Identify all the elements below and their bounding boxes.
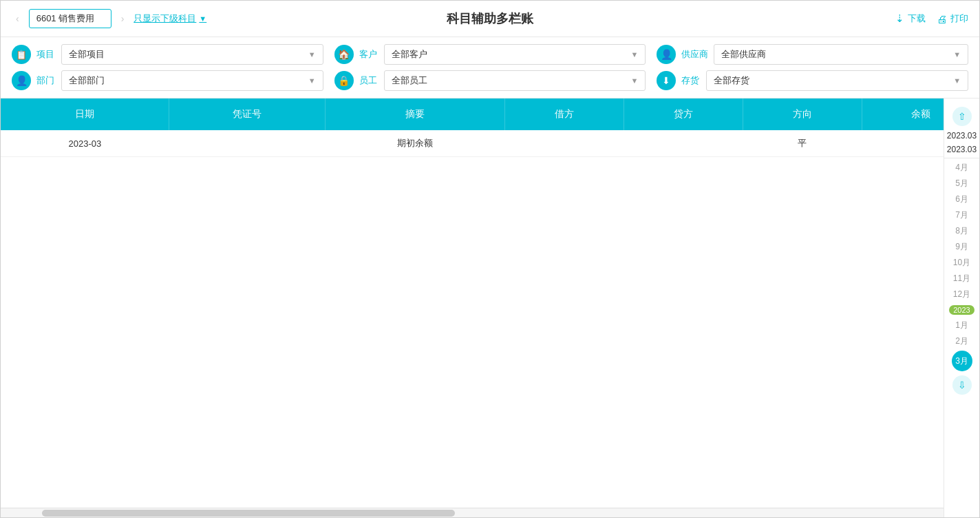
download-button[interactable]: ⇣ 下载: [895, 12, 926, 25]
col-date: 日期: [1, 99, 169, 130]
project-chevron-icon: ▼: [308, 50, 316, 59]
main-window: ‹ 6601 销售费用 › 只显示下级科目 ▼ 科目辅助多栏账 ⇣ 下载 🖨 打…: [0, 0, 980, 518]
col-credit: 贷方: [624, 99, 743, 130]
horizontal-scrollbar[interactable]: [1, 508, 979, 517]
customer-label: 客户: [359, 48, 379, 61]
cell-summary: 期初余额: [325, 130, 504, 157]
period-up-button[interactable]: ⇧: [952, 107, 972, 126]
account-code-display: 6601 销售费用: [29, 9, 111, 28]
separator-1: [944, 158, 979, 158]
filter-inventory: ⬇ 存货 全部存货 ▼: [657, 70, 968, 91]
project-select[interactable]: 全部项目 ▼: [61, 44, 323, 65]
cell-credit: [624, 130, 743, 157]
download-icon: ⇣: [895, 12, 904, 25]
cell-voucher: [169, 130, 326, 157]
month-3-active[interactable]: 3月: [952, 351, 972, 371]
cell-direction: 平: [743, 130, 862, 157]
period-2023-03-top-2[interactable]: 2023.03: [944, 143, 979, 156]
department-select[interactable]: 全部部门 ▼: [61, 70, 323, 91]
download-label: 下载: [908, 12, 926, 25]
month-10[interactable]: 10月: [944, 255, 979, 271]
department-chevron-icon: ▼: [308, 76, 316, 85]
month-6[interactable]: 6月: [944, 191, 979, 207]
supplier-select[interactable]: 全部供应商 ▼: [714, 44, 968, 65]
supplier-value: 全部供应商: [721, 48, 766, 61]
right-panel: ⇧ 2023.03 2023.03 4月 5月 6月 7月 8月 9月 10月 …: [944, 99, 979, 517]
supplier-label: 供应商: [681, 48, 708, 61]
employee-icon: 🔒: [334, 71, 354, 90]
department-label: 部门: [36, 74, 56, 87]
filter-department: 👤 部门 全部部门 ▼: [12, 70, 323, 91]
cell-date: 2023-03: [1, 130, 169, 157]
cell-debit: [505, 130, 624, 157]
month-8[interactable]: 8月: [944, 223, 979, 239]
supplier-icon: 👤: [657, 45, 676, 64]
title-left: ‹ 6601 销售费用 › 只显示下级科目 ▼: [12, 9, 206, 28]
filter-row-1: 📋 项目 全部项目 ▼ 🏠 客户 全部客户 ▼ 👤 供应商 全部供应: [12, 44, 968, 65]
month-11[interactable]: 11月: [944, 271, 979, 287]
month-12[interactable]: 12月: [944, 287, 979, 302]
chevron-down-icon: ▼: [199, 14, 206, 23]
show-sub-accounts-label: 只显示下级科目: [134, 12, 196, 25]
nav-prev-button[interactable]: ‹: [12, 12, 23, 25]
project-label: 项目: [36, 48, 56, 61]
month-9[interactable]: 9月: [944, 239, 979, 255]
customer-icon: 🏠: [334, 45, 354, 64]
month-1[interactable]: 1月: [944, 318, 979, 333]
show-sub-accounts-button[interactable]: 只显示下级科目 ▼: [134, 12, 206, 25]
supplier-chevron-icon: ▼: [953, 50, 961, 59]
year-badge-2023[interactable]: 2023: [949, 305, 974, 315]
title-bar: ‹ 6601 销售费用 › 只显示下级科目 ▼ 科目辅助多栏账 ⇣ 下载 🖨 打…: [1, 1, 979, 37]
project-value: 全部项目: [69, 48, 105, 61]
inventory-icon: ⬇: [657, 71, 676, 90]
filter-customer: 🏠 客户 全部客户 ▼: [334, 44, 646, 65]
filter-supplier: 👤 供应商 全部供应商 ▼: [657, 44, 968, 65]
month-7[interactable]: 7月: [944, 207, 979, 223]
print-button[interactable]: 🖨 打印: [937, 12, 968, 25]
employee-label: 员工: [359, 74, 379, 87]
inventory-select[interactable]: 全部存货 ▼: [706, 70, 968, 91]
scrollbar-thumb[interactable]: [42, 510, 455, 517]
nav-next-button[interactable]: ›: [117, 12, 129, 25]
title-right: ⇣ 下载 🖨 打印: [895, 12, 968, 25]
filter-section: 📋 项目 全部项目 ▼ 🏠 客户 全部客户 ▼ 👤 供应商 全部供应: [1, 37, 979, 99]
customer-select[interactable]: 全部客户 ▼: [384, 44, 646, 65]
filter-row-2: 👤 部门 全部部门 ▼ 🔒 员工 全部员工 ▼ ⬇ 存货 全部存货: [12, 70, 968, 91]
inventory-chevron-icon: ▼: [953, 76, 961, 85]
table-header-row: 日期 凭证号 摘要 借方 贷方 方向 余额: [1, 99, 979, 130]
filter-employee: 🔒 员工 全部员工 ▼: [334, 70, 646, 91]
inventory-label: 存货: [681, 74, 701, 87]
customer-value: 全部客户: [392, 48, 427, 61]
table-container: 日期 凭证号 摘要 借方 贷方 方向 余额 2023-03期初余额平: [1, 99, 979, 508]
month-2[interactable]: 2月: [944, 333, 979, 349]
col-debit: 借方: [505, 99, 624, 130]
employee-value: 全部员工: [392, 74, 427, 87]
month-5[interactable]: 5月: [944, 176, 979, 191]
col-voucher: 凭证号: [169, 99, 326, 130]
col-summary: 摘要: [325, 99, 504, 130]
table-row: 2023-03期初余额平: [1, 130, 979, 157]
customer-chevron-icon: ▼: [630, 50, 638, 59]
employee-chevron-icon: ▼: [630, 76, 638, 85]
department-icon: 👤: [12, 71, 31, 90]
period-2023-03-top-1[interactable]: 2023.03: [944, 129, 979, 143]
filter-project: 📋 项目 全部项目 ▼: [12, 44, 323, 65]
project-icon: 📋: [12, 45, 31, 64]
employee-select[interactable]: 全部员工 ▼: [384, 70, 646, 91]
page-title: 科目辅助多栏账: [447, 10, 533, 27]
department-value: 全部部门: [69, 74, 105, 87]
period-down-button[interactable]: ⇩: [952, 375, 972, 395]
month-4[interactable]: 4月: [944, 160, 979, 176]
data-table: 日期 凭证号 摘要 借方 贷方 方向 余额 2023-03期初余额平: [1, 99, 979, 157]
col-direction: 方向: [743, 99, 862, 130]
inventory-value: 全部存货: [714, 74, 749, 87]
print-label: 打印: [950, 12, 968, 25]
print-icon: 🖨: [937, 13, 947, 25]
